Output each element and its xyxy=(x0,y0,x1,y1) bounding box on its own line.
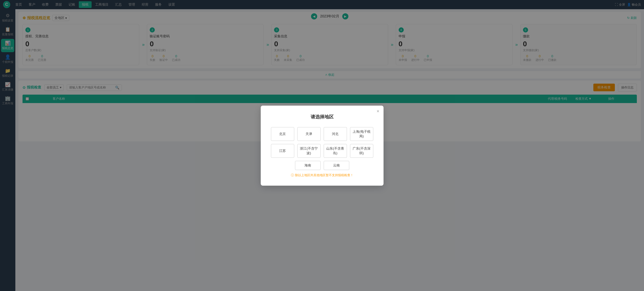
modal-close-btn[interactable]: × xyxy=(377,109,379,114)
region-row3: 海南 云南 xyxy=(271,161,373,170)
warning-icon: ⓘ xyxy=(291,173,294,177)
region-select-modal: × 请选择地区 北京 天津 河北 上海(电子税局) 江苏 浙江(不含宁波) 山东… xyxy=(261,106,384,186)
modal-title: 请选择地区 xyxy=(271,114,373,120)
warning-text: ⓘ 除以上地区外其他地区暂不支持报税检查！ xyxy=(271,173,373,177)
region-grid-row2: 江苏 浙江(不含宁波) 山东(不含青岛) 广东(不含深圳) xyxy=(271,144,373,158)
region-btn-tianjin[interactable]: 天津 xyxy=(297,127,321,141)
region-grid-row1: 北京 天津 河北 上海(电子税局) xyxy=(271,127,373,141)
region-btn-hebei[interactable]: 河北 xyxy=(324,127,347,141)
modal-overlay[interactable]: × 请选择地区 北京 天津 河北 上海(电子税局) 江苏 浙江(不含宁波) 山东… xyxy=(0,0,644,291)
region-btn-hainan[interactable]: 海南 xyxy=(295,161,321,170)
region-btn-beijing[interactable]: 北京 xyxy=(271,127,294,141)
region-btn-jiangsu[interactable]: 江苏 xyxy=(271,144,294,158)
region-btn-shandong[interactable]: 山东(不含青岛) xyxy=(324,144,347,158)
region-btn-guangdong[interactable]: 广东(不含深圳) xyxy=(350,144,373,158)
region-btn-yunnan[interactable]: 云南 xyxy=(324,161,349,170)
region-btn-shanghai[interactable]: 上海(电子税局) xyxy=(350,127,373,141)
region-btn-zhejiang[interactable]: 浙江(不含宁波) xyxy=(297,144,321,158)
